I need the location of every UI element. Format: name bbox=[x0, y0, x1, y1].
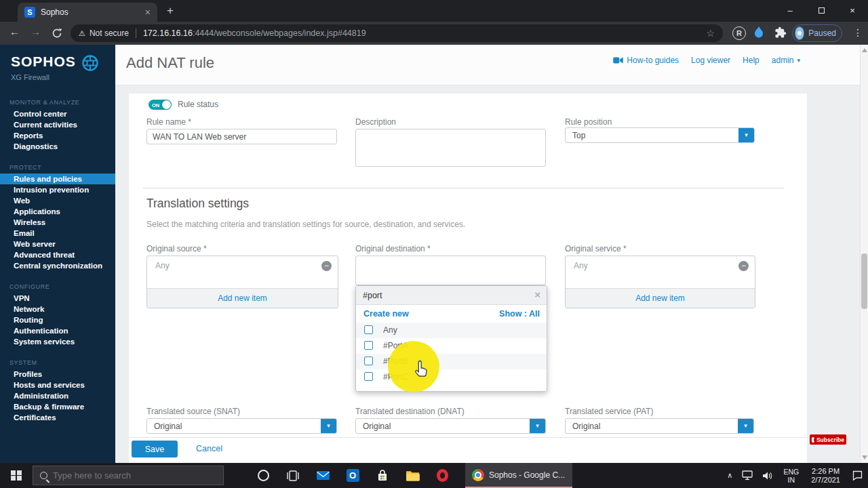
cancel-button[interactable]: Cancel bbox=[196, 444, 222, 453]
clear-search-icon[interactable]: × bbox=[534, 289, 540, 300]
task-view-button[interactable] bbox=[278, 463, 308, 488]
address-bar[interactable]: ⚠ Not secure 172.16.16.16 :4444/webconso… bbox=[71, 24, 723, 42]
show-all-link[interactable]: Show : All bbox=[499, 309, 540, 319]
original-destination-box[interactable] bbox=[355, 256, 546, 285]
rule-position-select[interactable]: Top ▾ bbox=[565, 127, 755, 143]
option-portc[interactable]: #PortC bbox=[356, 369, 547, 385]
forward-icon[interactable]: → bbox=[31, 26, 41, 37]
remove-item-icon[interactable]: − bbox=[321, 261, 332, 271]
network-icon[interactable] bbox=[737, 463, 757, 488]
taskbar-search[interactable] bbox=[33, 466, 224, 485]
sidebar-item-wireless[interactable]: Wireless bbox=[0, 217, 115, 228]
option-portb[interactable]: #PortB bbox=[356, 354, 547, 369]
sidebar-item-system-services[interactable]: System services bbox=[0, 336, 115, 347]
action-center-icon[interactable] bbox=[847, 463, 868, 488]
back-icon[interactable]: ← bbox=[9, 26, 20, 37]
dropdown-search-input[interactable] bbox=[363, 289, 519, 302]
maximize-button[interactable] bbox=[806, 0, 837, 20]
taskbar-search-input[interactable] bbox=[53, 470, 209, 481]
create-new-link[interactable]: Create new bbox=[363, 309, 409, 319]
sidebar-item-backup-firmware[interactable]: Backup & firmware bbox=[0, 401, 115, 412]
sidebar-item-profiles[interactable]: Profiles bbox=[0, 369, 115, 380]
checkbox[interactable] bbox=[364, 325, 373, 334]
sidebar-item-control-center[interactable]: Control center bbox=[0, 108, 115, 119]
not-secure-label[interactable]: Not secure bbox=[90, 28, 129, 38]
howto-guides-link[interactable]: How-to guides bbox=[613, 56, 679, 65]
sidebar-item-current-activities[interactable]: Current activities bbox=[0, 119, 115, 130]
scroll-up-icon[interactable] bbox=[862, 48, 867, 52]
subscribe-badge[interactable]: Subscribe bbox=[810, 434, 846, 445]
sidebar-item-hosts-and-services[interactable]: Hosts and services bbox=[0, 380, 115, 390]
browser-tab[interactable]: S Sophos × bbox=[18, 3, 157, 22]
sidebar-item-advanced-threat[interactable]: Advanced threat bbox=[0, 249, 115, 260]
tab-close-icon[interactable]: × bbox=[145, 7, 151, 18]
log-viewer-link[interactable]: Log viewer bbox=[691, 56, 730, 65]
profile-badge[interactable]: Paused bbox=[792, 24, 842, 42]
save-button[interactable]: Save bbox=[132, 441, 178, 458]
chevron-down-icon[interactable]: ▾ bbox=[530, 419, 545, 433]
extension-r-icon[interactable]: R bbox=[732, 26, 746, 40]
rule-status-toggle[interactable]: ON bbox=[149, 100, 172, 110]
translated-service-select[interactable]: Original ▾ bbox=[565, 418, 754, 434]
description-input[interactable] bbox=[355, 129, 546, 167]
sidebar-item-reports[interactable]: Reports bbox=[0, 130, 115, 141]
sidebar-item-diagnostics[interactable]: Diagnostics bbox=[0, 141, 115, 152]
translated-destination-select[interactable]: Original ▾ bbox=[355, 418, 546, 434]
opera-button[interactable] bbox=[427, 463, 457, 488]
extensions-puzzle-icon[interactable] bbox=[774, 26, 787, 39]
reload-icon[interactable] bbox=[52, 28, 62, 41]
language-indicator[interactable]: ENGIN bbox=[778, 463, 804, 488]
cortana-button[interactable] bbox=[248, 463, 278, 488]
extension-flame-icon[interactable] bbox=[754, 26, 764, 38]
mail-app-button[interactable] bbox=[308, 463, 338, 488]
translated-source-select[interactable]: Original ▾ bbox=[146, 418, 337, 434]
checkbox[interactable] bbox=[364, 341, 373, 350]
sidebar-item-rules-and-policies[interactable]: Rules and policies bbox=[0, 174, 115, 184]
sidebar-item-web[interactable]: Web bbox=[0, 195, 115, 206]
admin-menu[interactable]: admin ▾ bbox=[772, 56, 800, 65]
sidebar-item-authentication[interactable]: Authentication bbox=[0, 325, 115, 336]
sidebar-item-routing[interactable]: Routing bbox=[0, 314, 115, 325]
scrollbar-thumb[interactable] bbox=[861, 253, 867, 309]
close-button[interactable]: × bbox=[837, 0, 868, 20]
scroll-down-icon[interactable] bbox=[862, 455, 867, 460]
minimize-button[interactable]: – bbox=[774, 0, 806, 20]
rule-name-input[interactable] bbox=[146, 129, 337, 144]
chevron-down-icon[interactable]: ▾ bbox=[321, 419, 336, 433]
remove-item-icon[interactable]: − bbox=[738, 261, 749, 271]
page-scrollbar[interactable] bbox=[860, 45, 868, 463]
new-tab-button[interactable]: + bbox=[167, 4, 174, 18]
search-icon bbox=[40, 472, 47, 479]
sidebar-item-network[interactable]: Network bbox=[0, 304, 115, 314]
browser-menu-icon[interactable]: ⋮ bbox=[853, 27, 863, 38]
chevron-down-icon[interactable]: ▾ bbox=[738, 128, 754, 142]
file-explorer-button[interactable] bbox=[397, 463, 427, 488]
sidebar-item-vpn[interactable]: VPN bbox=[0, 293, 115, 304]
sidebar-item-certificates[interactable]: Certificates bbox=[0, 412, 115, 423]
header-links: How-to guides Log viewer Help admin ▾ bbox=[613, 56, 800, 65]
add-new-item-link[interactable]: Add new item bbox=[635, 293, 685, 303]
start-button[interactable] bbox=[0, 463, 33, 488]
bookmark-star-icon[interactable]: ☆ bbox=[706, 28, 715, 39]
clock[interactable]: 2:26 PM2/7/2021 bbox=[804, 463, 847, 488]
sidebar-item-intrusion-prevention[interactable]: Intrusion prevention bbox=[0, 184, 115, 195]
option-any[interactable]: Any bbox=[356, 323, 547, 338]
subscribe-label: Subscribe bbox=[816, 436, 844, 443]
chevron-down-icon[interactable]: ▾ bbox=[738, 419, 753, 433]
checkbox[interactable] bbox=[364, 372, 373, 381]
help-link[interactable]: Help bbox=[743, 56, 760, 65]
sidebar-item-applications[interactable]: Applications bbox=[0, 206, 115, 217]
add-new-item-link[interactable]: Add new item bbox=[218, 293, 267, 303]
volume-icon[interactable] bbox=[757, 463, 778, 488]
tray-chevron-up-icon[interactable]: ∧ bbox=[722, 463, 737, 488]
chrome-task-button[interactable]: Sophos - Google C... bbox=[465, 463, 572, 488]
sidebar-item-administration[interactable]: Administration bbox=[0, 390, 115, 401]
sidebar-item-web-server[interactable]: Web server bbox=[0, 239, 115, 249]
outlook-button[interactable]: O bbox=[338, 463, 368, 488]
sidebar-item-email[interactable]: Email bbox=[0, 228, 115, 239]
checkbox[interactable] bbox=[364, 357, 373, 365]
option-porta[interactable]: #PortA bbox=[356, 338, 547, 354]
rule-position-value: Top bbox=[572, 131, 585, 140]
sidebar-item-central-synchronization[interactable]: Central synchronization bbox=[0, 260, 115, 271]
microsoft-store-button[interactable] bbox=[368, 463, 397, 488]
